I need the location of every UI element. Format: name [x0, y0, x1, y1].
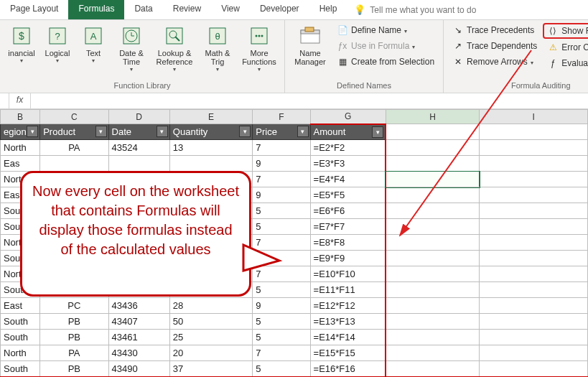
cell[interactable] [169, 156, 252, 172]
cell[interactable]: PA [40, 140, 108, 156]
cell[interactable]: =E16*F16 [310, 361, 386, 377]
filter-icon[interactable]: ▾ [297, 126, 309, 137]
cell[interactable] [480, 361, 588, 377]
create-from-selection-button[interactable]: ▦Create from Selection [332, 55, 439, 69]
date-time-button[interactable]: Date & Time [112, 23, 151, 75]
cell[interactable]: South [1, 314, 40, 330]
name-manager-button[interactable]: Name Manager [289, 23, 331, 68]
col-header-B[interactable]: B [1, 110, 40, 124]
cell[interactable]: 28 [169, 298, 252, 314]
cell[interactable]: 43524 [108, 140, 169, 156]
header-date[interactable]: Date▾ [108, 124, 169, 140]
tab-review[interactable]: Review [163, 0, 211, 19]
cell[interactable] [108, 156, 169, 172]
cell[interactable] [480, 140, 588, 156]
cell[interactable]: 43436 [108, 298, 169, 314]
header-quantity[interactable]: Quantity▾ [169, 124, 252, 140]
cell[interactable] [386, 140, 479, 156]
cell[interactable]: 13 [169, 140, 252, 156]
cell[interactable]: 5 [253, 203, 310, 219]
col-header-G[interactable]: G [310, 110, 386, 124]
cell[interactable] [386, 251, 479, 266]
cell[interactable]: PB [40, 330, 108, 345]
cell[interactable] [386, 235, 479, 251]
filter-icon[interactable]: ▾ [27, 126, 38, 137]
cell[interactable]: =E7*F7 [310, 219, 386, 235]
filter-icon[interactable]: ▾ [95, 126, 107, 137]
tab-data[interactable]: Data [124, 0, 162, 19]
cell[interactable]: =E10*F10 [310, 266, 386, 282]
cell[interactable]: =E11*F11 [310, 282, 386, 298]
cell[interactable]: =E15*F15 [310, 345, 386, 361]
cell[interactable]: PA [40, 345, 108, 361]
trace-precedents-button[interactable]: ↘Trace Precedents [448, 23, 541, 37]
more-functions-button[interactable]: More Functions [238, 23, 280, 75]
cell[interactable] [386, 156, 479, 172]
cell[interactable]: =E12*F12 [310, 298, 386, 314]
formula-input[interactable] [31, 93, 588, 108]
cell[interactable]: =E5*F5 [310, 187, 386, 203]
cell[interactable]: 25 [169, 330, 252, 345]
cell[interactable] [480, 345, 588, 361]
cell[interactable] [480, 187, 588, 203]
use-in-formula-button[interactable]: ƒxUse in Formula [332, 39, 439, 53]
cell[interactable]: 20 [169, 345, 252, 361]
cell[interactable]: 37 [169, 361, 252, 377]
cell[interactable]: =E13*F13 [310, 314, 386, 330]
cell[interactable]: North [1, 345, 40, 361]
cell[interactable]: =E3*F3 [310, 156, 386, 172]
cell[interactable]: =E4*F4 [310, 172, 386, 187]
cell[interactable] [386, 172, 479, 187]
cell[interactable] [480, 203, 588, 219]
cell[interactable]: 50 [169, 314, 252, 330]
name-box[interactable] [0, 93, 9, 108]
cell-empty[interactable] [480, 124, 588, 140]
filter-icon[interactable]: ▾ [372, 126, 383, 138]
fx-label[interactable]: fx [9, 93, 31, 108]
logical-button[interactable]: ?Logical [40, 23, 75, 66]
cell[interactable] [386, 298, 479, 314]
evaluate-formula-button[interactable]: ƒEvaluate Formula [543, 56, 588, 70]
cell[interactable]: 9 [253, 187, 310, 203]
filter-icon[interactable]: ▾ [239, 126, 251, 137]
cell[interactable] [386, 282, 479, 298]
cell[interactable]: 5 [253, 219, 310, 235]
cell[interactable] [480, 219, 588, 235]
error-checking-button[interactable]: ⚠Error Checking [543, 40, 588, 55]
cell[interactable]: =E14*F14 [310, 330, 386, 345]
cell[interactable]: 7 [253, 172, 310, 187]
cell[interactable]: 9 [253, 156, 310, 172]
col-header-H[interactable]: H [386, 110, 479, 124]
header-amount[interactable]: Amount▾ [310, 124, 386, 140]
cell[interactable] [386, 361, 479, 377]
cell[interactable] [480, 156, 588, 172]
cell[interactable] [480, 172, 588, 187]
cell[interactable] [386, 345, 479, 361]
col-header-D[interactable]: D [108, 110, 169, 124]
text-button[interactable]: AText [76, 23, 111, 66]
col-header-E[interactable]: E [169, 110, 252, 124]
cell[interactable]: 43407 [108, 314, 169, 330]
cell[interactable]: 43461 [108, 330, 169, 345]
tab-view[interactable]: View [211, 0, 250, 19]
cell[interactable]: =E2*F2 [310, 140, 386, 156]
header-product[interactable]: Product▾ [40, 124, 108, 140]
cell[interactable]: PB [40, 361, 108, 377]
tab-help[interactable]: Help [309, 0, 347, 19]
remove-arrows-button[interactable]: ✕Remove Arrows [448, 55, 541, 69]
cell[interactable]: South [1, 330, 40, 345]
cell[interactable] [386, 314, 479, 330]
cell[interactable]: South [1, 361, 40, 377]
cell[interactable]: =E9*F9 [310, 251, 386, 266]
lookup-reference-button[interactable]: Lookup & Reference [152, 23, 197, 75]
cell[interactable] [386, 266, 479, 282]
tab-developer[interactable]: Developer [250, 0, 309, 19]
cell[interactable]: 5 [253, 330, 310, 345]
define-name-button[interactable]: 📄Define Name [332, 23, 439, 37]
cell[interactable] [480, 330, 588, 345]
math-trig-button[interactable]: θMath & Trig [198, 23, 237, 75]
cell[interactable]: 7 [253, 345, 310, 361]
tab-page-layout[interactable]: Page Layout [0, 0, 68, 19]
col-header-F[interactable]: F [253, 110, 310, 124]
cell[interactable] [480, 298, 588, 314]
